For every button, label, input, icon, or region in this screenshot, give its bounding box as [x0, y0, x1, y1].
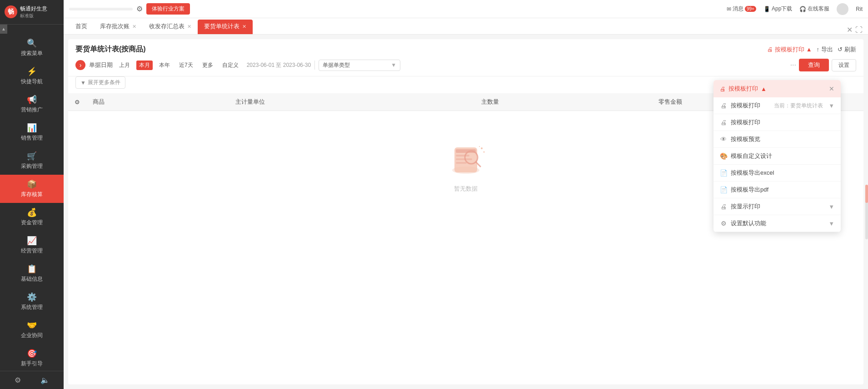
template-design-label: 模板自定义设计 [731, 152, 772, 160]
dropdown-export-pdf[interactable]: 📄 按模板导出pdf [713, 182, 841, 198]
topbar-left: ⚙ 体验行业方案 [69, 3, 190, 15]
page-actions: 🖨 按模板打印 ▲ ↑ 导出 ↺ 刷新 [767, 45, 856, 54]
sidebar-nav: ▲ 🔍 搜索菜单 ⚡ 快捷导航 📢 营销推广 📊 销售管理 🛒 采购管理 📦 库… [0, 25, 64, 371]
export-button[interactable]: ↑ 导出 [817, 45, 833, 54]
sidebar-item-operations[interactable]: 📈 经营管理 [0, 231, 64, 259]
sidebar-item-sales[interactable]: 📊 销售管理 [0, 118, 64, 147]
chevron-down-icon: ▼ [391, 62, 396, 68]
expand-more-button[interactable]: ▼ 展开更多条件 [75, 76, 125, 89]
sound-icon[interactable]: 🔈 [40, 376, 50, 384]
date-btn-this-year[interactable]: 本年 [156, 61, 173, 70]
refresh-button[interactable]: ↺ 刷新 [838, 45, 856, 54]
topbar: ⚙ 体验行业方案 ✉ 消息 99+ 📱 App下载 🎧 在线客服 Rit [64, 0, 868, 18]
sidebar-item-label: 资金管理 [21, 219, 43, 227]
topbar-settings-icon[interactable]: ⚙ [136, 5, 143, 13]
app-name: 畅通好生意 [20, 5, 47, 13]
chevron-down-icon-2: ▼ [80, 80, 86, 86]
sidebar-item-label: 采购管理 [21, 162, 43, 170]
type-label: 单据单类型 [323, 61, 350, 69]
guide-icon: 🎯 [27, 349, 37, 359]
th-gear[interactable]: ⚙ [68, 93, 86, 111]
filters-row1: › 单据日期 上月 本月 本年 近7天 更多 自定义 2023-06-01 至 … [68, 54, 863, 76]
tab-home-label: 首页 [75, 22, 87, 30]
th-unit: 主计量单位 [229, 93, 475, 111]
operations-icon: 📈 [27, 236, 37, 246]
empty-icon [443, 138, 489, 179]
filter-separator [314, 61, 315, 70]
sidebar-item-purchase[interactable]: 🛒 采购管理 [0, 147, 64, 175]
settings-bottom-icon[interactable]: ⚙ [15, 376, 21, 384]
tab-order-stats[interactable]: 要货单统计表 ✕ [198, 20, 253, 34]
tab-batch-close[interactable]: ✕ [132, 24, 136, 30]
marketing-icon: 📢 [27, 95, 37, 105]
dropdown-title: 按模板打印 [728, 85, 758, 93]
sidebar-item-label: 基础信息 [21, 275, 43, 283]
empty-illustration [443, 138, 489, 179]
sidebar-scroll-up[interactable]: ▲ [0, 25, 7, 34]
dropdown-close-button[interactable]: ✕ [829, 85, 834, 92]
sidebar: 畅 畅通好生意 标准版 ▲ 🔍 搜索菜单 ⚡ 快捷导航 📢 营销推广 📊 销售管… [0, 0, 64, 389]
tab-receivable-label: 收发存汇总表 [149, 22, 185, 30]
gear-icon: ⚙ [75, 99, 80, 106]
dropdown-template-print[interactable]: 🖨 按模板打印 [713, 114, 841, 131]
message-button[interactable]: ✉ 消息 99+ [727, 5, 756, 13]
trial-button[interactable]: 体验行业方案 [146, 3, 190, 15]
date-btn-last-month[interactable]: 上月 [116, 61, 133, 70]
sidebar-item-basic-info[interactable]: 📋 基础信息 [0, 259, 64, 288]
main-content: ⚙ 体验行业方案 ✉ 消息 99+ 📱 App下载 🎧 在线客服 Rit 首页 [64, 0, 868, 389]
more-options-icon[interactable]: ··· [790, 61, 796, 69]
date-btn-more[interactable]: 更多 [200, 61, 216, 70]
sidebar-item-search[interactable]: 🔍 搜索菜单 [0, 34, 64, 62]
online-service-label: 在线客服 [808, 5, 829, 13]
sidebar-item-inventory[interactable]: 📦 库存核算 [0, 175, 64, 203]
template-print-button[interactable]: 🖨 按模板打印 ▲ [767, 45, 812, 54]
dropdown-current-template[interactable]: 🖨 按模板打印 当前：要货单统计表 ▼ [713, 97, 841, 114]
current-template-name: 当前：要货单统计表 [774, 102, 823, 110]
sidebar-item-marketing[interactable]: 📢 营销推广 [0, 90, 64, 118]
date-btn-custom[interactable]: 自定义 [219, 61, 241, 70]
settings-button[interactable]: 设置 [832, 59, 856, 71]
tab-receivable[interactable]: 收发存汇总表 ✕ [143, 20, 198, 34]
tab-receivable-close[interactable]: ✕ [187, 24, 191, 30]
dropdown-display-print[interactable]: 🖨 按显示打印 ▼ [713, 198, 841, 215]
app-download-button[interactable]: 📱 App下载 [763, 5, 792, 13]
tab-close-all[interactable]: ✕ [847, 25, 853, 34]
sidebar-item-shortcut[interactable]: ⚡ 快捷导航 [0, 62, 64, 90]
dropdown-default-func[interactable]: ⚙ 设置默认功能 ▼ [713, 215, 841, 232]
tab-batch-account[interactable]: 库存批次账 ✕ [94, 20, 143, 34]
svg-rect-3 [456, 155, 469, 157]
topbar-right: ✉ 消息 99+ 📱 App下载 🎧 在线客服 Rit [727, 3, 863, 15]
date-btn-this-month[interactable]: 本月 [136, 61, 153, 70]
topbar-search-box [69, 8, 133, 10]
page-content: 要货单统计表(按商品) 🖨 按模板打印 ▲ ↑ 导出 ↺ 刷新 [64, 35, 868, 389]
export-icon: ↑ [817, 46, 820, 53]
sidebar-item-label: 销售管理 [21, 134, 43, 142]
sidebar-item-cooperation[interactable]: 🤝 企业协同 [0, 316, 64, 344]
svg-point-10 [479, 146, 480, 147]
dropdown-header: 🖨 按模板打印 ▲ ✕ [713, 80, 841, 97]
export-excel-icon: 📄 [720, 169, 727, 177]
tab-controls: ✕ ⛶ [847, 25, 863, 34]
message-icon: ✉ [727, 6, 731, 12]
sidebar-item-system[interactable]: ⚙️ 系统管理 [0, 288, 64, 316]
online-service-button[interactable]: 🎧 在线客服 [799, 5, 829, 13]
tab-order-stats-close[interactable]: ✕ [242, 24, 246, 30]
dropdown-export-excel[interactable]: 📄 按模板导出excel [713, 165, 841, 182]
tab-home[interactable]: 首页 [69, 20, 94, 34]
date-btn-7days[interactable]: 近7天 [176, 61, 196, 70]
user-avatar[interactable] [837, 3, 848, 15]
current-template-icon: 🖨 [720, 102, 727, 109]
type-select[interactable]: 单据单类型 ▼ [319, 60, 400, 71]
dropdown-template-preview[interactable]: 👁 按模板预览 [713, 131, 841, 148]
right-scrollbar[interactable] [865, 185, 868, 239]
sidebar-item-finance[interactable]: 💰 资金管理 [0, 203, 64, 231]
logo-icon: 畅 [5, 5, 17, 18]
filter-expand-button[interactable]: › [75, 60, 85, 70]
sidebar-item-guide[interactable]: 🎯 新手引导 [0, 344, 64, 371]
display-print-icon: 🖨 [720, 203, 727, 210]
sidebar-logo: 畅 畅通好生意 标准版 [0, 0, 64, 25]
query-button[interactable]: 查询 [799, 59, 829, 71]
dropdown-template-design[interactable]: 🎨 模板自定义设计 [713, 148, 841, 165]
tab-maximize[interactable]: ⛶ [855, 26, 863, 34]
user-name: Rit [856, 6, 863, 12]
